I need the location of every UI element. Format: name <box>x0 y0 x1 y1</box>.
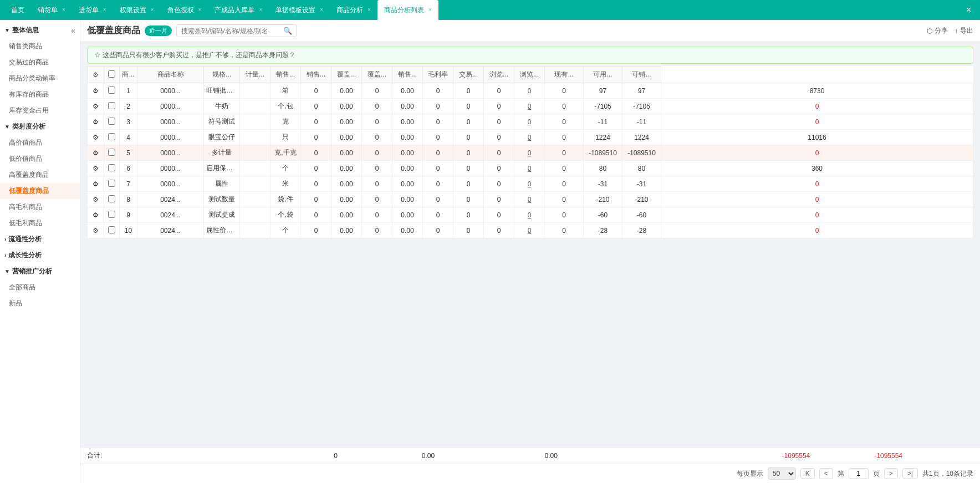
row-select-checkbox[interactable] <box>108 180 115 187</box>
row-gear[interactable]: ⚙ <box>88 161 104 176</box>
col-name[interactable]: 商品名称 <box>137 67 204 83</box>
row-view1[interactable]: 0 <box>514 176 545 192</box>
nav-sales[interactable]: 销货单 × <box>31 0 72 20</box>
share-button[interactable]: ⬡ 分享 <box>927 26 948 35</box>
row-view1[interactable]: 0 <box>514 192 545 207</box>
prev-page-button[interactable]: < <box>819 468 833 479</box>
row-select-checkbox[interactable] <box>108 102 115 109</box>
nav-product-in[interactable]: 产成品入库单 × <box>208 0 269 20</box>
col-checkbox[interactable] <box>104 67 120 83</box>
first-page-button[interactable]: K <box>800 468 815 479</box>
row-checkbox[interactable] <box>104 176 120 192</box>
time-filter-badge[interactable]: 近一月 <box>145 26 172 36</box>
col-cover2[interactable]: 覆盖... <box>362 67 392 83</box>
row-select-checkbox[interactable] <box>108 164 115 171</box>
col-sales2[interactable]: 销售... <box>301 67 331 83</box>
nav-permissions[interactable]: 权限设置 × <box>113 0 161 20</box>
sidebar-item-traded-goods[interactable]: 交易过的商品 <box>0 54 80 70</box>
window-close-button[interactable]: × <box>962 5 976 15</box>
row-select-checkbox[interactable] <box>108 133 115 140</box>
row-checkbox[interactable] <box>104 161 120 176</box>
nav-analysis-list[interactable]: 商品分析列表 × <box>377 0 438 20</box>
sidebar-item-high-profit[interactable]: 高毛利商品 <box>0 199 80 215</box>
nav-analysis[interactable]: 商品分析 × <box>330 0 377 20</box>
sidebar-section-overall[interactable]: ▼ 整体信息 « <box>0 22 80 38</box>
row-select-checkbox[interactable] <box>108 226 115 233</box>
row-view1[interactable]: 0 <box>514 130 545 145</box>
nav-close-purchase[interactable]: × <box>103 0 106 20</box>
sidebar-item-stock-capital[interactable]: 库存资金占用 <box>0 103 80 119</box>
sidebar-section-coverage[interactable]: ▼ 类射度分析 <box>0 119 80 135</box>
col-view2[interactable]: 浏览... <box>514 67 545 83</box>
row-view1[interactable]: 0 <box>514 145 545 161</box>
nav-close-roles[interactable]: × <box>198 0 202 20</box>
row-select-checkbox[interactable] <box>108 195 115 202</box>
col-gear[interactable]: ⚙ <box>88 67 104 83</box>
sidebar-item-high-coverage[interactable]: 高覆盖度商品 <box>0 167 80 183</box>
row-checkbox[interactable] <box>104 145 120 161</box>
row-gear[interactable]: ⚙ <box>88 145 104 161</box>
row-checkbox[interactable] <box>104 207 120 223</box>
col-trade[interactable]: 交易... <box>453 67 484 83</box>
sidebar-section-marketing[interactable]: ▼ 营销推广分析 <box>0 263 80 279</box>
select-all-checkbox[interactable] <box>108 70 115 78</box>
sidebar-collapse-btn[interactable]: « <box>71 26 75 35</box>
col-spec[interactable]: 规格... <box>204 67 240 83</box>
col-view1[interactable]: 浏览... <box>484 67 514 83</box>
sidebar-item-new-goods[interactable]: 新品 <box>0 296 80 312</box>
nav-close-analysis-list[interactable]: × <box>428 0 432 20</box>
row-view1[interactable]: 0 <box>514 161 545 176</box>
nav-template[interactable]: 单据模板设置 × <box>269 0 330 20</box>
col-sellable[interactable]: 可销... <box>622 67 661 83</box>
sidebar-item-sales-goods[interactable]: 销售类商品 <box>0 38 80 54</box>
col-cover1[interactable]: 覆盖... <box>331 67 362 83</box>
sidebar-item-category-rate[interactable]: 商品分类动销率 <box>0 70 80 87</box>
row-view1[interactable]: 0 <box>514 207 545 223</box>
col-current[interactable]: 现有... <box>545 67 584 83</box>
row-checkbox[interactable] <box>104 83 120 99</box>
row-gear[interactable]: ⚙ <box>88 130 104 145</box>
nav-roles[interactable]: 角色授权 × <box>161 0 208 20</box>
sidebar-item-all-goods[interactable]: 全部商品 <box>0 279 80 296</box>
last-page-button[interactable]: >| <box>902 468 918 479</box>
nav-close-permissions[interactable]: × <box>151 0 154 20</box>
sidebar-section-flow[interactable]: › 流通性分析 <box>0 231 80 247</box>
nav-home[interactable]: 首页 <box>4 0 31 20</box>
row-gear[interactable]: ⚙ <box>88 176 104 192</box>
row-view1[interactable]: 0 <box>514 99 545 114</box>
nav-close-product-in[interactable]: × <box>259 0 262 20</box>
row-view1[interactable]: 0 <box>514 223 545 238</box>
row-checkbox[interactable] <box>104 223 120 238</box>
row-view1[interactable]: 0 <box>514 83 545 99</box>
page-input[interactable] <box>849 468 869 479</box>
sidebar-item-in-stock[interactable]: 有库存的商品 <box>0 87 80 103</box>
sidebar-item-low-profit[interactable]: 低毛利商品 <box>0 215 80 231</box>
col-avail[interactable]: 可用... <box>584 67 622 83</box>
per-page-select[interactable]: 50 20 100 <box>768 467 796 480</box>
next-page-button[interactable]: > <box>884 468 898 479</box>
row-checkbox[interactable] <box>104 114 120 130</box>
row-gear[interactable]: ⚙ <box>88 99 104 114</box>
row-gear[interactable]: ⚙ <box>88 83 104 99</box>
sidebar-item-low-coverage[interactable]: 低覆盖度商品 <box>0 183 80 199</box>
row-view1[interactable]: 0 <box>514 114 545 130</box>
nav-close-template[interactable]: × <box>320 0 323 20</box>
row-select-checkbox[interactable] <box>108 211 115 218</box>
row-gear[interactable]: ⚙ <box>88 223 104 238</box>
search-input[interactable] <box>181 27 281 35</box>
nav-close-sales[interactable]: × <box>62 0 65 20</box>
col-sales1[interactable]: 销售... <box>270 67 301 83</box>
row-checkbox[interactable] <box>104 99 120 114</box>
row-checkbox[interactable] <box>104 130 120 145</box>
export-button[interactable]: ↑ 导出 <box>955 26 973 35</box>
col-sales3[interactable]: 销售... <box>392 67 423 83</box>
nav-close-analysis[interactable]: × <box>368 0 371 20</box>
col-unit[interactable]: 计量... <box>240 67 270 83</box>
sidebar-item-low-value[interactable]: 低价值商品 <box>0 151 80 167</box>
row-gear[interactable]: ⚙ <box>88 192 104 207</box>
sidebar-item-high-value[interactable]: 高价值商品 <box>0 135 80 151</box>
row-select-checkbox[interactable] <box>108 87 115 94</box>
row-gear[interactable]: ⚙ <box>88 114 104 130</box>
row-select-checkbox[interactable] <box>108 118 115 125</box>
sidebar-section-growth[interactable]: › 成长性分析 <box>0 247 80 263</box>
